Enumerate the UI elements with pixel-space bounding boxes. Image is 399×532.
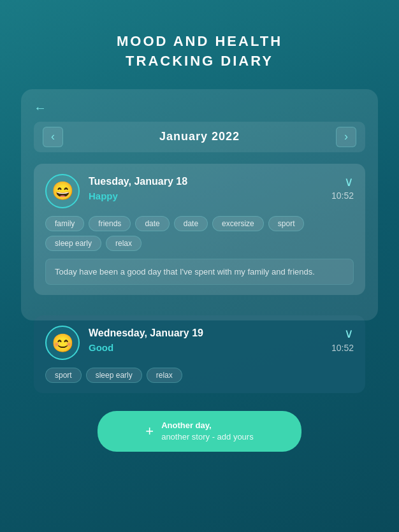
entry-header-2: 😊 Wednesday, January 19 ∨ Good 10:52 — [45, 326, 354, 360]
tag-sport[interactable]: sport — [268, 216, 305, 231]
back-button[interactable]: ← — [34, 101, 47, 115]
mood-emoji-2: 😊 — [45, 326, 80, 360]
entry-date-2: Wednesday, January 19 — [89, 327, 203, 339]
tag-excersize[interactable]: excersize — [212, 216, 264, 231]
entry-time-1: 10:52 — [331, 191, 354, 201]
month-label: January 2022 — [159, 130, 240, 143]
month-navigation: ‹ January 2022 › — [34, 122, 365, 152]
entry-mood-2: Good — [89, 342, 113, 353]
entry-time-2: 10:52 — [331, 343, 354, 353]
entry-date-1: Tuesday, January 18 — [89, 176, 187, 187]
title-line1: MOOD AND HEALTH — [117, 32, 282, 52]
prev-month-button[interactable]: ‹ — [43, 127, 63, 147]
tag-friends[interactable]: friends — [89, 216, 131, 231]
add-text-line1: Another day, — [161, 420, 254, 431]
entry-expand-btn-2[interactable]: ∨ — [344, 326, 354, 341]
next-month-button[interactable]: › — [336, 127, 356, 147]
entry-mood-row-2: Good 10:52 — [89, 342, 354, 353]
tag-date-1[interactable]: date — [135, 216, 169, 231]
entry-note-1: Today have been a good day that I've spe… — [45, 259, 354, 285]
entry-info-2: Wednesday, January 19 ∨ Good 10:52 — [89, 326, 354, 353]
tag-family[interactable]: family — [45, 216, 84, 231]
main-card: ← ‹ January 2022 › 😄 Tuesday, January 18… — [21, 89, 378, 321]
add-icon: + — [145, 423, 154, 440]
mood-emoji-1: 😄 — [45, 174, 80, 208]
entry-card-2: 😊 Wednesday, January 19 ∨ Good 10:52 spo… — [34, 315, 365, 393]
entry-tags-2: sport sleep early relax — [45, 368, 354, 383]
entry-card-1: 😄 Tuesday, January 18 ∨ Happy 10:52 fami… — [34, 164, 365, 296]
tag-relax[interactable]: relax — [106, 236, 141, 251]
entry-expand-btn-1[interactable]: ∨ — [344, 174, 354, 189]
app-title: MOOD AND HEALTH TRACKING DIARY — [117, 32, 282, 71]
entry-title-row-2: Wednesday, January 19 ∨ — [89, 326, 354, 341]
tag-relax-2[interactable]: relax — [147, 368, 182, 383]
tag-sleep-early[interactable]: sleep early — [45, 236, 101, 251]
tag-sport-2[interactable]: sport — [45, 368, 82, 383]
entry-mood-row-1: Happy 10:52 — [89, 191, 354, 201]
add-text-line2: another story - add yours — [161, 431, 254, 443]
entry-tags-1: family friends date date excersize sport… — [45, 216, 354, 251]
tag-date-2[interactable]: date — [174, 216, 208, 231]
add-entry-text: Another day, another story - add yours — [161, 420, 254, 443]
entry-header-1: 😄 Tuesday, January 18 ∨ Happy 10:52 — [45, 174, 354, 208]
entry-title-row-1: Tuesday, January 18 ∨ — [89, 174, 354, 189]
entry-mood-1: Happy — [89, 191, 118, 201]
tag-sleep-early-2[interactable]: sleep early — [86, 368, 142, 383]
title-line2: TRACKING DIARY — [117, 52, 282, 71]
entry-info-1: Tuesday, January 18 ∨ Happy 10:52 — [89, 174, 354, 201]
add-entry-button[interactable]: + Another day, another story - add yours — [98, 411, 301, 452]
